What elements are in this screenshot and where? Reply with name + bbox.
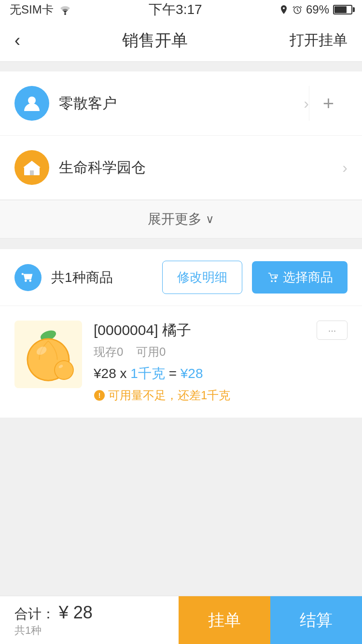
page-title: 销售开单 <box>122 29 188 52</box>
expand-label: 展开更多 <box>148 210 202 228</box>
product-price: ¥28 x 1千克 = ¥28 <box>94 364 305 383</box>
orange-image <box>17 323 80 386</box>
warning-icon: ! <box>94 390 105 401</box>
total-row: 合计： ¥ 28 <box>14 602 164 623</box>
customer-row: 零散客户 › + <box>0 71 362 136</box>
warehouse-icon <box>14 150 49 185</box>
hold-button[interactable]: 挂单 <box>179 596 270 644</box>
product-header: 共1种商品 修改明细 选择商品 <box>0 249 362 306</box>
product-info: [0000004] 橘子 现存0 可用0 ¥28 x 1千克 = ¥28 <box>94 321 305 403</box>
product-section: 共1种商品 修改明细 选择商品 <box>0 249 362 418</box>
open-hold-button[interactable]: 打开挂单 <box>290 30 348 50</box>
separator-2 <box>0 238 362 248</box>
total-amount: ¥ 28 <box>59 602 93 622</box>
total-section: 合计： ¥ 28 共1种 <box>0 602 179 638</box>
svg-rect-5 <box>22 273 24 275</box>
total-count: 共1种 <box>14 623 164 638</box>
status-left: 无SIM卡 <box>10 2 72 17</box>
battery-percent: 69% <box>306 3 329 16</box>
product-name: [0000004] 橘子 <box>94 321 305 340</box>
cart-icon <box>21 270 35 285</box>
back-button[interactable]: ‹ <box>14 30 20 51</box>
person-icon <box>22 94 42 113</box>
expand-arrow-icon: ∨ <box>206 212 214 226</box>
add-customer-button[interactable]: + <box>309 86 348 121</box>
expand-more-button[interactable]: 展开更多 ∨ <box>0 200 362 238</box>
product-item: [0000004] 橘子 现存0 可用0 ¥28 x 1千克 = ¥28 <box>0 306 362 418</box>
location-icon <box>279 4 289 15</box>
carrier-text: 无SIM卡 <box>10 2 54 17</box>
customer-icon <box>14 86 49 121</box>
wifi-icon <box>58 4 72 15</box>
warehouse-row: 生命科学园仓 › <box>0 136 362 200</box>
svg-point-9 <box>275 280 277 282</box>
alarm-icon <box>292 4 302 15</box>
svg-rect-4 <box>30 170 34 175</box>
svg-text:!: ! <box>98 392 101 399</box>
product-count-label: 共1种商品 <box>51 268 153 287</box>
svg-point-7 <box>29 280 31 282</box>
product-warning: ! 可用量不足，还差1千克 <box>94 388 305 403</box>
product-stock: 现存0 可用0 <box>94 344 305 360</box>
status-bar: 无SIM卡 下午3:17 69% <box>0 0 362 19</box>
more-options-button[interactable]: ··· <box>317 321 348 340</box>
svg-point-0 <box>64 13 66 15</box>
battery-icon <box>333 5 352 14</box>
checkout-button[interactable]: 结算 <box>270 596 362 644</box>
status-right: 69% <box>279 3 352 16</box>
select-product-button[interactable]: 选择商品 <box>252 261 348 294</box>
warehouse-name: 生命科学园仓 <box>59 158 342 178</box>
product-count-icon <box>14 264 42 291</box>
nav-bar: ‹ 销售开单 打开挂单 <box>0 19 362 62</box>
customer-arrow[interactable]: › <box>304 95 309 112</box>
edit-detail-button[interactable]: 修改明细 <box>162 261 242 294</box>
warehouse-arrow[interactable]: › <box>342 159 348 177</box>
status-time: 下午3:17 <box>149 0 202 19</box>
customer-name: 零散客户 <box>59 94 304 113</box>
svg-point-2 <box>28 97 36 104</box>
building-icon <box>22 158 42 177</box>
add-to-cart-icon <box>266 271 279 284</box>
total-label: 合计： <box>14 606 55 621</box>
svg-point-6 <box>25 280 27 282</box>
svg-point-8 <box>271 280 273 282</box>
separator-1 <box>0 62 362 71</box>
svg-point-16 <box>55 361 73 379</box>
product-image <box>14 321 82 388</box>
bottom-bar: 合计： ¥ 28 共1种 挂单 结算 <box>0 596 362 644</box>
